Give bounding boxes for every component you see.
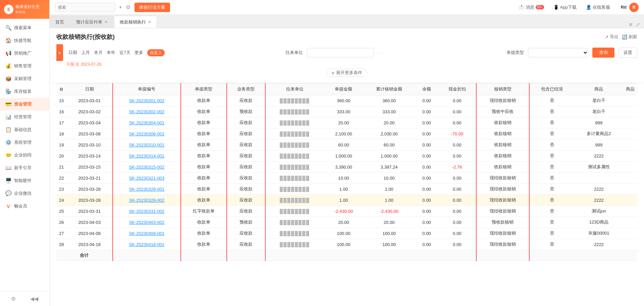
tab-home[interactable]: 首页 [50, 16, 70, 28]
tab-pending-label: 预计应应付单 [76, 19, 102, 25]
doc-no-link[interactable]: SK-20230314-001 [129, 154, 165, 159]
this-year-link[interactable]: 本年 [107, 50, 115, 56]
sidebar-item-quick-nav[interactable]: 🏠 快捷导航 [0, 34, 49, 47]
cell-date: 2023-03-14 [66, 150, 112, 162]
query-button[interactable]: 查询 [592, 48, 614, 58]
doc-no-link[interactable]: SK-20230403-002 [129, 220, 165, 225]
custom-date-btn[interactable]: 自定义 [147, 49, 165, 56]
cell-cancel-type: 现结收款核销 [476, 173, 529, 184]
cell-partner: ████████ [265, 117, 324, 128]
cell-include-settled: 否 [529, 139, 575, 150]
doc-no-link[interactable]: SK-20230418-001 [129, 242, 165, 247]
tab-verify[interactable]: 收款核销执行 ✕ [114, 16, 157, 28]
service-icon: 👤 [586, 5, 591, 10]
cell-biz-type: 预收款 [227, 217, 265, 228]
cell-include-settled: 否 [529, 173, 575, 184]
tab-expand-icon[interactable]: ⤢ [636, 21, 640, 28]
sidebar-item-system[interactable]: ⚙️ 系统管理 [0, 136, 49, 149]
cell-idx: 26 [56, 217, 66, 228]
doc-no-link[interactable]: SK-20230301-002 [129, 98, 165, 103]
cell-cumulative: 10.00 [363, 173, 415, 184]
cell-product: 老白干 [575, 95, 623, 106]
topbar-gear-icon[interactable]: ⚙ [126, 4, 130, 10]
cell-cumulative: 360.00 [363, 95, 415, 106]
doc-no-link[interactable]: SK-20230331-002 [129, 209, 165, 214]
cell-biz-type: 应收款 [227, 206, 265, 217]
sidebar-item-label: 畅会员 [14, 203, 27, 209]
sidebar-item-member[interactable]: V 畅会员 [0, 200, 49, 212]
last-7days-link[interactable]: 近7天 [119, 50, 130, 56]
settings-btn[interactable]: ⚙ [11, 296, 16, 302]
dropdown-arrow-icon[interactable]: ▾ [119, 5, 122, 10]
sidebar-item-marketing[interactable]: 📢 营销推广 [0, 47, 49, 60]
this-month-link[interactable]: 本月 [94, 50, 103, 56]
cell-product: 2222 [575, 184, 623, 195]
doc-no-link[interactable]: SK-20230315-002 [129, 165, 165, 170]
sidebar-item-purchase[interactable]: 📦 采购管理 [0, 72, 49, 85]
export-label: 导出 [610, 34, 619, 40]
doc-no-link[interactable]: SK-20230321-003 [129, 176, 165, 181]
cell-doc-type: 红字收款单 [181, 206, 227, 217]
cell-include-settled: 否 [529, 184, 575, 195]
th-partner: 往来单位 [265, 83, 324, 95]
collapse-btn[interactable]: ◀◀ [30, 296, 38, 302]
doc-no-link[interactable]: SK-20230308-001 [129, 131, 165, 136]
sidebar-item-search[interactable]: 🔍 搜索菜单 [0, 21, 49, 34]
content-area: 收款核销执行(按收款) ↗ 导出 🔄 刷新 » 日期 上月 本月 本年 近7 [50, 28, 644, 306]
doc-no-link[interactable]: SK-20230408-001 [129, 231, 165, 236]
cell-date: 2023-03-21 [66, 173, 112, 184]
cell-balance: 0.00 [415, 139, 438, 150]
sidebar-item-label: 采购管理 [14, 76, 32, 82]
sidebar-item-sales[interactable]: 💰 销售管理 [0, 60, 49, 72]
cell-discount: 0.00 [438, 195, 476, 206]
sidebar-item-wechat[interactable]: 💬 企业微信 [0, 187, 49, 200]
expand-more-conditions-btn[interactable]: ∨ 展开更多条件 [326, 69, 367, 77]
cell-partner: ████████ [265, 150, 324, 162]
setting-button[interactable]: 设置 [619, 48, 637, 58]
doc-no-link[interactable]: SK-20230302-002 [129, 109, 165, 114]
online-service-button[interactable]: 👤 在线客服 [586, 4, 610, 10]
doc-type-select[interactable] [528, 48, 588, 57]
industry-plan-button[interactable]: 体验行业方案 [135, 3, 170, 12]
tab-pending-close-icon[interactable]: ✕ [104, 20, 108, 24]
cell-include-settled: 否 [529, 117, 575, 128]
sidebar-item-label: 基础信息 [14, 127, 32, 133]
cell-balance: 0.00 [415, 162, 438, 173]
app-download-button[interactable]: 📱 App下载 [553, 4, 577, 10]
cell-partner: ████████ [265, 139, 324, 150]
logo-name: 畅康道好生意 [15, 4, 40, 10]
filter-collapse-btn[interactable]: » [56, 44, 63, 61]
last-month-link[interactable]: 上月 [81, 50, 90, 56]
search-input[interactable] [55, 3, 115, 12]
cell-doc-type: 收款单 [181, 162, 227, 173]
sidebar-item-corp[interactable]: 🤝 企业协同 [0, 149, 49, 162]
doc-no-link[interactable]: SK-20230328-002 [129, 198, 165, 203]
table-row: 25 2023-03-31 SK-20230331-002 红字收款单 应收款 … [56, 206, 637, 217]
sidebar-item-base[interactable]: 📋 基础信息 [0, 123, 49, 136]
table-row: 26 2023-04-03 SK-20230403-002 收款单 预收款 ██… [56, 217, 637, 228]
th-gear[interactable]: ⚙ [56, 83, 66, 95]
th-date: 日期 [66, 83, 112, 95]
sidebar-item-hardware[interactable]: 🖥️ 智能硬件 [0, 174, 49, 187]
sidebar-item-ops[interactable]: 📊 经营管理 [0, 111, 49, 123]
user-menu[interactable]: Rit R [621, 3, 639, 12]
tab-pending[interactable]: 预计应应付单 ✕ [70, 16, 113, 28]
sidebar-item-guide[interactable]: 📖 新手引导 [0, 162, 49, 174]
tab-verify-close-icon[interactable]: ✕ [148, 20, 151, 24]
partner-input[interactable] [307, 48, 374, 57]
sidebar-item-finance[interactable]: 💳 资金管理 [0, 98, 49, 111]
tab-close-all-icon[interactable]: ✕ [629, 21, 633, 28]
cell-include-settled: 否 [529, 228, 575, 239]
cell-product2 [623, 139, 637, 150]
cell-discount: 0.00 [438, 173, 476, 184]
doc-no-link[interactable]: SK-20230304-001 [129, 120, 165, 125]
message-button[interactable]: 📩 消息 99+ [519, 4, 544, 10]
refresh-button[interactable]: 🔄 刷新 [622, 34, 637, 40]
doc-no-link[interactable]: SK-20230328-001 [129, 187, 165, 192]
sidebar-item-inventory[interactable]: 🏪 库存核算 [0, 85, 49, 98]
doc-no-link[interactable]: SK-20230310-001 [129, 142, 165, 147]
more-date-link[interactable]: 更多 [135, 50, 143, 56]
cell-balance: 0.00 [415, 117, 438, 128]
export-button[interactable]: ↗ 导出 [605, 34, 619, 40]
cell-product2 [623, 195, 637, 206]
